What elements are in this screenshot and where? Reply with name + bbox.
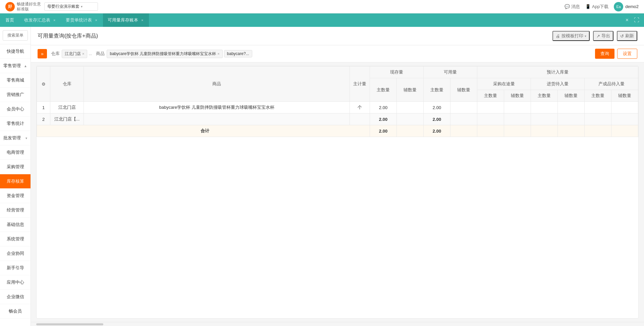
main-layout: 搜索菜单 快捷导航 零售管理 ▲ 零售商城 营销推广 会员中心 零售统计 批发管… bbox=[0, 27, 644, 326]
summary-current-main: 2.00 bbox=[370, 125, 397, 137]
cell-finished-main bbox=[585, 102, 611, 113]
settings-button[interactable]: 设置 bbox=[617, 49, 637, 59]
cell-purchase-main bbox=[477, 113, 504, 125]
tab-home[interactable]: 首页 bbox=[0, 13, 19, 27]
print-btn[interactable]: 🖨 按模板打印 ▾ bbox=[552, 31, 590, 41]
cell-purchase-main bbox=[477, 102, 504, 113]
th-finished-aux: 辅数量 bbox=[611, 90, 638, 102]
cell-current-main: 2.00 bbox=[370, 102, 397, 113]
warehouse-filter-tags: 江北门店 × ... bbox=[62, 50, 92, 58]
phone-icon: 📱 bbox=[585, 4, 591, 9]
close-icon[interactable]: × bbox=[140, 18, 144, 22]
company-selector[interactable]: 母婴行业演示账套 ▾ bbox=[44, 2, 98, 11]
sidebar-item-kucun[interactable]: 库存核算 bbox=[0, 174, 31, 189]
content-area: 可用量查询(按仓库+商品) 🖨 按模板打印 ▾ ↗ 导出 ↺ 刷新 bbox=[31, 27, 644, 326]
th-available-aux-qty: 辅数量 bbox=[450, 78, 477, 102]
export-icon: ↗ bbox=[596, 34, 600, 39]
table-container: ⚙ 仓库 商品 主计量 现存量 可用量 预计入库量 主数量 辅数量 主数量 辅数… bbox=[36, 66, 639, 319]
table-row: 2 江北门店【... 2.00 2.00 bbox=[37, 113, 638, 125]
th-purchase-in-transit: 采购在途量 bbox=[477, 78, 531, 90]
table-row: 1 江北门店 babycare学饮杯 儿童防摔防撞吸管杯重力球吸嘴杯宝宝水杯 个… bbox=[37, 102, 638, 113]
page-header: 可用量查询(按仓库+商品) 🖨 按模板打印 ▾ ↗ 导出 ↺ 刷新 bbox=[31, 27, 644, 45]
cell-warehouse: 江北门店【... bbox=[50, 113, 84, 125]
sidebar-item-shortcut[interactable]: 快捷导航 bbox=[0, 44, 31, 59]
sidebar-item-xinshou[interactable]: 新手引导 bbox=[0, 261, 31, 275]
sidebar-item-yingyong[interactable]: 应用中心 bbox=[0, 275, 31, 290]
cell-incoming-aux bbox=[558, 102, 585, 113]
user-area[interactable]: Ea demo2 bbox=[614, 2, 639, 11]
query-button[interactable]: 查询 bbox=[595, 49, 614, 59]
summary-incoming-aux bbox=[558, 125, 585, 137]
product-filter-tags: babycare学饮杯 儿童防摔防撞吸管杯重力球吸嘴杯宝宝水杯 × babyca… bbox=[107, 50, 252, 58]
sidebar-item-mall[interactable]: 零售商城 bbox=[0, 73, 31, 88]
sidebar-item-changhui[interactable]: 畅会员 bbox=[0, 304, 31, 319]
avatar: Ea bbox=[614, 2, 623, 11]
app-download-btn[interactable]: 📱 App下载 bbox=[585, 4, 608, 10]
sidebar-item-qiye[interactable]: 企业协同 bbox=[0, 246, 31, 261]
sidebar-item-pifa[interactable]: 批发管理 ▾ bbox=[0, 131, 31, 145]
export-btn[interactable]: ↗ 导出 bbox=[593, 31, 613, 41]
th-purchase-aux: 辅数量 bbox=[504, 90, 531, 102]
cell-available-aux bbox=[450, 102, 477, 113]
logo-text: 畅捷通好生意 标准版 bbox=[17, 2, 41, 11]
nav-right-actions: × ⛶ bbox=[624, 13, 644, 27]
cell-current-aux bbox=[397, 113, 424, 125]
tab-yaohuodan[interactable]: 要货单统计表 × bbox=[61, 13, 103, 27]
warehouse-filter-group: 仓库 江北门店 × ... bbox=[51, 50, 92, 58]
refresh-btn[interactable]: ↺ 刷新 bbox=[617, 31, 637, 41]
filter-more-btn[interactable]: ... bbox=[89, 51, 92, 56]
message-icon: 💬 bbox=[565, 4, 570, 9]
th-main-unit: 主计量 bbox=[350, 66, 370, 102]
fullscreen-btn[interactable]: ⛶ bbox=[632, 16, 641, 25]
th-warehouse: 仓库 bbox=[50, 66, 84, 102]
sidebar-item-jichu[interactable]: 基础信息 bbox=[0, 218, 31, 232]
cell-product bbox=[84, 113, 350, 125]
chevron-down-icon: ▾ bbox=[585, 34, 586, 38]
close-icon[interactable]: × bbox=[94, 18, 98, 22]
search-menu-btn[interactable]: 搜索菜单 bbox=[3, 30, 28, 41]
sidebar-item-qiyeweixin[interactable]: 企业微信 bbox=[0, 290, 31, 304]
tab-keyongliang[interactable]: 可用量库存账本 × bbox=[103, 13, 149, 27]
logo-area: 好 畅捷通好生意 标准版 bbox=[5, 2, 41, 11]
sidebar-item-caigou[interactable]: 采购管理 bbox=[0, 160, 31, 174]
product-tag-2: babycare?... bbox=[224, 50, 252, 57]
sidebar-item-xitong[interactable]: 系统管理 bbox=[0, 232, 31, 246]
horizontal-scrollbar[interactable] bbox=[36, 323, 103, 325]
th-finished-main: 主数量 bbox=[585, 90, 611, 102]
sidebar-item-yingxiao[interactable]: 营销推广 bbox=[0, 88, 31, 102]
filter-toggle-btn[interactable]: » bbox=[38, 49, 47, 58]
close-window-btn[interactable]: × bbox=[624, 16, 631, 25]
sidebar-item-lingxiao[interactable]: 零售管理 ▲ bbox=[0, 59, 31, 73]
page-title: 可用量查询(按仓库+商品) bbox=[38, 33, 98, 40]
cell-index: 1 bbox=[37, 102, 50, 113]
message-btn[interactable]: 💬 消息 bbox=[565, 4, 580, 10]
chevron-icon: ▾ bbox=[25, 136, 27, 140]
logo-icon: 好 bbox=[5, 2, 15, 11]
cell-incoming-main bbox=[531, 113, 558, 125]
refresh-icon: ↺ bbox=[620, 34, 624, 39]
filter-actions: 查询 设置 bbox=[595, 49, 637, 59]
print-icon: 🖨 bbox=[556, 34, 560, 39]
tab-shoufayun[interactable]: 收发存汇总表 × bbox=[19, 13, 61, 27]
summary-purchase-main bbox=[477, 125, 504, 137]
sidebar-item-dianshang[interactable]: 电商管理 bbox=[0, 145, 31, 160]
sidebar-item-zijin[interactable]: 资金管理 bbox=[0, 189, 31, 203]
top-bar-left: 好 畅捷通好生意 标准版 母婴行业演示账套 ▾ bbox=[5, 2, 98, 11]
cell-warehouse: 江北门店 bbox=[50, 102, 84, 113]
sidebar-item-huiyuan[interactable]: 会员中心 bbox=[0, 102, 31, 117]
summary-label: 合计 bbox=[37, 125, 370, 137]
tag-close-icon[interactable]: × bbox=[82, 52, 84, 56]
th-current-stock: 现存量 bbox=[370, 66, 424, 78]
product-filter-group: 商品 babycare学饮杯 儿童防摔防撞吸管杯重力球吸嘴杯宝宝水杯 × bab… bbox=[96, 50, 252, 58]
cell-finished-aux bbox=[611, 102, 638, 113]
summary-finished-main bbox=[585, 125, 611, 137]
data-table: ⚙ 仓库 商品 主计量 现存量 可用量 预计入库量 主数量 辅数量 主数量 辅数… bbox=[37, 66, 638, 137]
th-available: 可用量 bbox=[424, 66, 477, 78]
sidebar-item-jingying[interactable]: 经营管理 bbox=[0, 203, 31, 218]
sidebar-item-lingxiao-stat[interactable]: 零售统计 bbox=[0, 117, 31, 131]
horizontal-scrollbar-area bbox=[31, 322, 644, 326]
close-icon[interactable]: × bbox=[52, 18, 56, 22]
settings-icon[interactable]: ⚙ bbox=[42, 82, 46, 87]
tag-close-icon[interactable]: × bbox=[217, 52, 219, 56]
th-incoming-aux: 辅数量 bbox=[558, 90, 585, 102]
